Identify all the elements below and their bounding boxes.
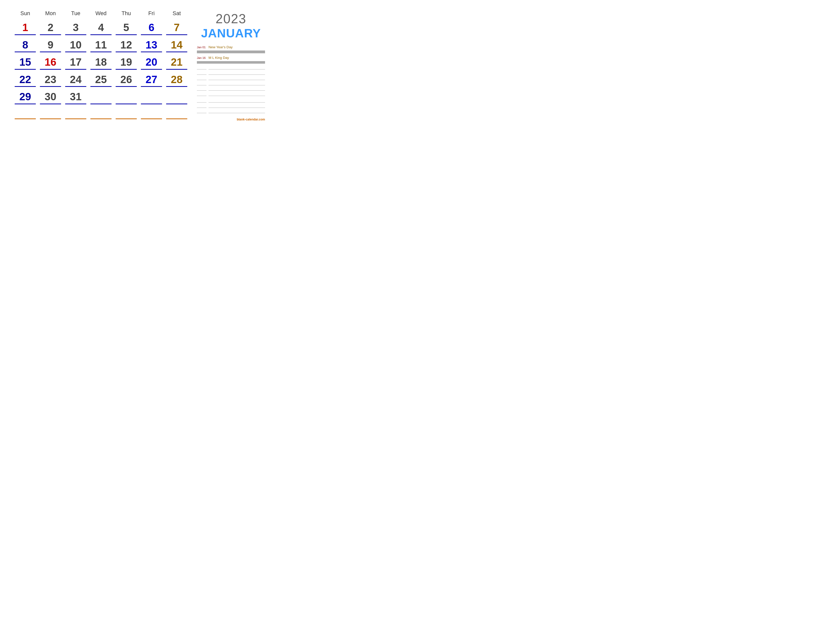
blank-note-7 — [197, 102, 265, 103]
month-display: JANUARY — [197, 26, 265, 40]
day-18: 18 — [88, 54, 114, 69]
blank-note-1 — [197, 69, 265, 69]
holiday-line-1 — [197, 50, 265, 53]
holiday-date-2: Jan 16 — [197, 56, 206, 60]
header-tue: Tue — [63, 10, 88, 18]
day-24: 24 — [63, 72, 88, 86]
day-11: 11 — [88, 37, 114, 52]
day-26: 26 — [114, 72, 139, 86]
day-2: 2 — [38, 20, 63, 34]
blank-note-2 — [197, 74, 265, 75]
week-underlines-extra — [13, 118, 189, 119]
day-23: 23 — [38, 72, 63, 86]
day-9: 9 — [38, 37, 63, 52]
header-fri: Fri — [139, 10, 164, 18]
calendar-grid-section: Sun Mon Tue Wed Thu Fri Sat 1 2 3 4 5 6 … — [13, 10, 195, 121]
holiday-name-2: M L King Day — [209, 56, 265, 60]
day-empty-2 — [114, 89, 139, 103]
week-underlines-1 — [13, 34, 189, 35]
holiday-line-2 — [197, 61, 265, 64]
day-10: 10 — [63, 37, 88, 52]
week-row-4: 22 23 24 25 26 27 28 — [13, 72, 189, 86]
holiday-name-1: New Year's Day — [209, 45, 265, 49]
holiday-row-2: Jan 16 M L King Day — [197, 56, 265, 60]
day-headers-row: Sun Mon Tue Wed Thu Fri Sat — [13, 10, 189, 18]
day-13: 13 — [139, 37, 164, 52]
day-19: 19 — [114, 54, 139, 69]
week-row-3: 15 16 17 18 19 20 21 — [13, 54, 189, 69]
blank-note-6 — [197, 96, 265, 96]
day-29: 29 — [13, 89, 38, 103]
day-5: 5 — [114, 20, 139, 34]
watermark: blank-calendar.com — [197, 118, 265, 121]
day-8: 8 — [13, 37, 38, 52]
day-14: 14 — [164, 37, 189, 52]
blank-note-8 — [197, 108, 265, 108]
week-underlines-5 — [13, 103, 189, 104]
day-20: 20 — [139, 54, 164, 69]
year-display: 2023 — [197, 11, 265, 26]
header-thu: Thu — [114, 10, 139, 18]
day-15: 15 — [13, 54, 38, 69]
week-row-1: 1 2 3 4 5 6 7 — [13, 20, 189, 34]
header-sat: Sat — [164, 10, 189, 18]
day-empty-4 — [164, 89, 189, 103]
day-1: 1 — [13, 20, 38, 34]
day-25: 25 — [88, 72, 114, 86]
week-underlines-3 — [13, 69, 189, 70]
blank-note-9 — [197, 113, 265, 113]
day-16: 16 — [38, 54, 63, 69]
blank-note-5 — [197, 90, 265, 91]
day-28: 28 — [164, 72, 189, 86]
header-mon: Mon — [38, 10, 63, 18]
day-27: 27 — [139, 72, 164, 86]
day-22: 22 — [13, 72, 38, 86]
day-21: 21 — [164, 54, 189, 69]
day-12: 12 — [114, 37, 139, 52]
holiday-row-1: Jan 01 New Year's Day — [197, 45, 265, 49]
day-3: 3 — [63, 20, 88, 34]
week-underlines-4 — [13, 86, 189, 87]
day-30: 30 — [38, 89, 63, 103]
day-empty-3 — [139, 89, 164, 103]
calendar-info-section: 2023 JANUARY Jan 01 New Year's Day Jan 1… — [195, 10, 265, 121]
day-17: 17 — [63, 54, 88, 69]
day-6: 6 — [139, 20, 164, 34]
week-row-2: 8 9 10 11 12 13 14 — [13, 37, 189, 52]
day-empty-1 — [88, 89, 114, 103]
day-7: 7 — [164, 20, 189, 34]
blank-note-3 — [197, 80, 265, 80]
blank-note-4 — [197, 85, 265, 85]
calendar-container: Sun Mon Tue Wed Thu Fri Sat 1 2 3 4 5 6 … — [13, 10, 265, 121]
day-31: 31 — [63, 89, 88, 103]
holiday-date-1: Jan 01 — [197, 46, 206, 49]
week-row-5: 29 30 31 — [13, 89, 189, 103]
holidays-section: Jan 01 New Year's Day Jan 16 M L King Da… — [197, 45, 265, 121]
day-4: 4 — [88, 20, 114, 34]
header-sun: Sun — [13, 10, 38, 18]
week-underlines-2 — [13, 52, 189, 52]
header-wed: Wed — [88, 10, 114, 18]
